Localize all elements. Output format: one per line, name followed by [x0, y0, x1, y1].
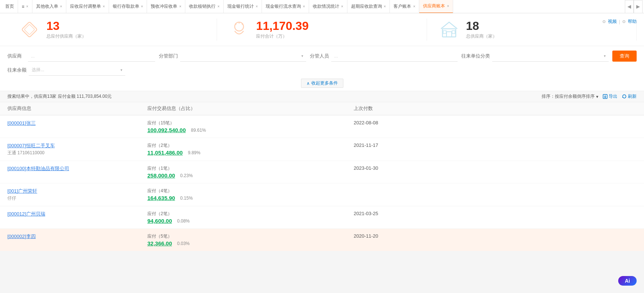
supplier-name: [000007]恒旺二手叉车 — [7, 142, 147, 149]
filter-supplier: 供应商 ... — [7, 51, 155, 62]
nav-tab-overdue-query[interactable]: 超期应收款查询× — [347, 0, 390, 13]
supplier-filter-label: 供应商 — [7, 53, 26, 59]
transaction-label: 应付（2笔） — [147, 211, 354, 217]
supplier-name-link[interactable]: [000100]本特勤油品有限公司 — [7, 166, 69, 171]
stat-block-payable-total: 11,170.39 应付合计（万） — [217, 18, 427, 41]
nav-prev-arrow[interactable]: ◀ — [625, 0, 634, 13]
table-row: [000001]张三应付（15笔）100,092,540.0089.61%202… — [0, 116, 644, 138]
nav-tab-label: 其他收入单 — [36, 3, 58, 10]
refresh-button[interactable]: 刷新 — [622, 93, 637, 100]
transaction-percent: 9.89% — [188, 150, 200, 155]
supplier-info-col: [000012]广州贝瑞 — [7, 211, 147, 217]
transaction-label: 应付（4笔） — [147, 188, 354, 194]
transaction-percent: 0.23% — [180, 173, 193, 178]
table-header: 供应商信息 应付交易信息（占比） 上次付数 — [0, 102, 644, 116]
main-table: 供应商信息 应付交易信息（占比） 上次付数 [000001]张三应付（15笔）1… — [0, 102, 644, 251]
dept-filter-label: 分管部门 — [159, 53, 178, 59]
person-filter-input[interactable]: ... — [331, 51, 458, 62]
filter-area: 供应商 ... 分管部门 ▾ 分管人员 ... 往来单位分类 ▾ — [0, 46, 644, 91]
transaction-amount[interactable]: 164,635.90 — [147, 195, 175, 201]
svg-rect-7 — [447, 32, 452, 37]
transaction-percent: 0.03% — [177, 241, 190, 246]
nav-tab-close-cash-bank-stat[interactable]: × — [256, 4, 258, 8]
nav-tab-label: 预收冲应收单 — [151, 3, 177, 10]
table-row: [000002]李四应付（5笔）32,366.000.03%2020-11-20 — [0, 229, 644, 251]
diamond-icon — [18, 18, 41, 41]
filter-category: 往来单位分类 ▾ — [461, 51, 609, 62]
transaction-amount[interactable]: 100,092,540.00 — [147, 127, 186, 133]
result-summary-text: 搜索结果中，供应商13家 应付金额 111,703,854.00元 — [7, 93, 112, 100]
transaction-amount[interactable]: 32,366.00 — [147, 240, 172, 247]
supplier-name: [000100]本特勤油品有限公司 — [7, 165, 147, 172]
supplier-name: [001]广州荣轩 — [7, 188, 147, 194]
nav-tab-close-ap-adjust[interactable]: × — [103, 4, 105, 8]
supplier-name-link[interactable]: [000012]广州贝瑞 — [7, 211, 45, 217]
nav-tab-customer-account[interactable]: 客户账本× — [390, 0, 419, 13]
stat-total-supplier-count: 18 — [466, 20, 625, 32]
nav-tab-close-cash-bank-flow[interactable]: × — [303, 4, 305, 8]
help-link[interactable]: 帮助 — [628, 18, 637, 25]
nav-tab-close-receipt-stat[interactable]: × — [341, 4, 343, 8]
supplier-name-link[interactable]: [000001]张三 — [7, 120, 36, 126]
supplier-sub-info: 仔仔 — [7, 195, 147, 201]
grain-icon — [228, 18, 250, 41]
nav-tab-home[interactable]: 首页 — [1, 0, 18, 13]
nav-tab-bank-deposit[interactable]: 银行存取款单× — [109, 0, 147, 13]
nav-tab-close-prepaid-collect[interactable]: × — [179, 4, 181, 8]
nav-tab-receipt-verify[interactable]: 收款核销执行× — [185, 0, 224, 13]
nav-tab-close-other-income[interactable]: × — [60, 4, 62, 8]
video-link[interactable]: 视频 — [608, 18, 617, 25]
nav-tab-supplier-account[interactable]: 供应商账本× — [419, 0, 453, 13]
nav-tab-close-bank-deposit[interactable]: × — [141, 4, 143, 8]
nav-tab-label: 现金银行统计 — [227, 3, 254, 10]
nav-tab-close-overdue-query[interactable]: × — [384, 4, 386, 8]
nav-tab-other-income[interactable]: 其他收入单× — [32, 0, 66, 13]
nav-tab-prepaid-collect[interactable]: 预收冲应收单× — [147, 0, 185, 13]
supplier-name-link[interactable]: [000002]李四 — [7, 234, 36, 239]
transaction-amount[interactable]: 11,051,486.00 — [147, 149, 183, 156]
svg-rect-0 — [22, 22, 37, 37]
sort-select[interactable]: 排序：按应付余额倒序排序 ▾ — [542, 93, 598, 100]
nav-tab-label: 首页 — [5, 3, 14, 10]
nav-tab-receipt-stat[interactable]: 收款情况统计× — [309, 0, 347, 13]
nav-tab-close-receipt-verify[interactable]: × — [217, 4, 220, 8]
nav-next-arrow[interactable]: ▶ — [634, 0, 643, 13]
collapse-up-icon: ∧ — [307, 81, 310, 86]
query-button[interactable]: 查询 — [612, 51, 637, 62]
supplier-name-link[interactable]: [000007]恒旺二手叉车 — [7, 143, 55, 148]
filter-row-1: 供应商 ... 分管部门 ▾ 分管人员 ... 往来单位分类 ▾ — [7, 51, 637, 62]
transaction-amount[interactable]: 258,000.00 — [147, 172, 175, 179]
stat-payable-total-number: 11,170.39 — [256, 20, 415, 32]
supplier-name-link[interactable]: [001]广州荣轩 — [7, 188, 37, 194]
top-navigation: 首页≡×其他收入单×应收应付调整单×银行存取款单×预收冲应收单×收款核销执行×现… — [0, 0, 644, 13]
last-payment-col: 2022-08-08 — [354, 120, 637, 125]
dept-filter-select[interactable]: ▾ — [180, 51, 307, 62]
collapse-button[interactable]: ∧ 收起更多条件 — [301, 79, 343, 88]
dept-dropdown-arrow: ▾ — [301, 54, 303, 58]
nav-tab-close-customer-account[interactable]: × — [413, 4, 415, 8]
filter-row-2: 往来余额 选择... ▾ — [7, 65, 125, 76]
store-icon — [438, 18, 460, 41]
supplier-sub-info: 王通 17106110000 — [7, 150, 147, 156]
nav-tab-close-supplier-account[interactable]: × — [447, 4, 449, 8]
category-filter-select[interactable]: ▾ — [492, 51, 609, 62]
transaction-amount[interactable]: 94,600.00 — [147, 218, 172, 224]
balance-filter-select[interactable]: 选择... ▾ — [29, 65, 125, 76]
transaction-percent: 0.08% — [177, 218, 190, 224]
filter-person: 分管人员 ... — [310, 51, 458, 62]
last-payment-col: 2020-11-20 — [354, 233, 637, 239]
header-stats: 13 总应付供应商（家） 11,170.39 应付合计（万） — [0, 13, 644, 46]
nav-tab-cash-bank-stat[interactable]: 现金银行统计× — [224, 0, 262, 13]
col-header-last-payment: 上次付数 — [354, 105, 637, 112]
nav-tab-tab3[interactable]: ≡× — [18, 0, 32, 13]
nav-tab-cash-bank-flow[interactable]: 现金银行流水查询× — [262, 0, 309, 13]
filter-balance: 往来余额 选择... ▾ — [7, 65, 125, 76]
stat-total-supplier-label: 总供应商（家） — [466, 33, 625, 39]
nav-tab-close-tab3[interactable]: × — [26, 4, 28, 8]
nav-tab-ap-adjust[interactable]: 应收应付调整单× — [66, 0, 109, 13]
transaction-info-col: 应付（1笔）258,000.000.23% — [147, 165, 354, 179]
supplier-filter-input[interactable]: ... — [28, 51, 155, 62]
transaction-percent: 0.15% — [180, 196, 193, 201]
export-button[interactable]: 导出 — [603, 93, 617, 100]
nav-tab-label: 应收应付调整单 — [70, 3, 101, 10]
